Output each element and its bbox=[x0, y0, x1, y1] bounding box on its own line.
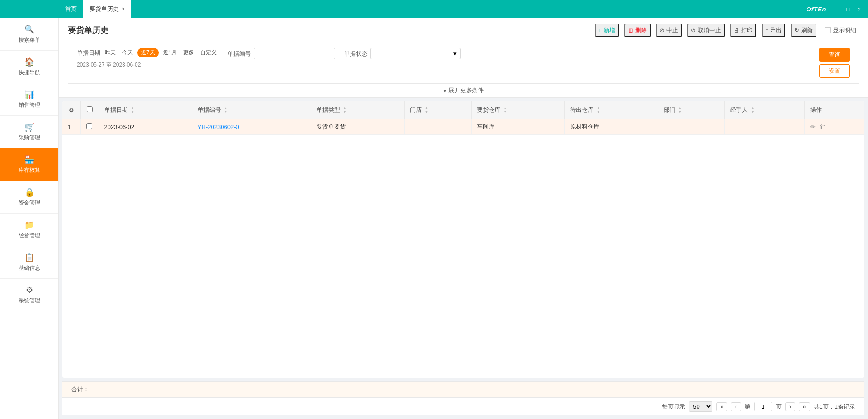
operations-mgmt-icon: 📁 bbox=[24, 220, 34, 230]
column-checkbox[interactable] bbox=[80, 101, 99, 119]
total-records-info: 共1页，1条记录 bbox=[814, 403, 855, 411]
sidebar-item-operations-mgmt[interactable]: 📁 经营管理 bbox=[0, 214, 58, 246]
query-button[interactable]: 查询 bbox=[819, 48, 850, 62]
date-btn-yesterday[interactable]: 昨天 bbox=[103, 48, 118, 57]
refresh-button[interactable]: ↻ 刷新 bbox=[791, 24, 816, 37]
row-doc-date: 2023-06-02 bbox=[99, 119, 192, 135]
next-page-button[interactable]: › bbox=[785, 402, 795, 411]
column-store[interactable]: 门店 ▲ ▼ bbox=[404, 101, 471, 119]
sort-doc-no-icon: ▲ ▼ bbox=[224, 106, 228, 114]
row-checkbox[interactable] bbox=[80, 119, 99, 135]
row-action: ✏ 🗑 bbox=[805, 119, 864, 135]
sidebar-item-sales-mgmt[interactable]: 📊 销售管理 bbox=[0, 83, 58, 116]
purchase-mgmt-icon: 🛒 bbox=[24, 122, 34, 132]
page-label: 第 bbox=[745, 403, 750, 411]
date-btn-7days[interactable]: 近7天 bbox=[137, 48, 159, 57]
sidebar-item-search-menu-label: 搜索菜单 bbox=[19, 36, 40, 44]
sidebar-item-inventory-label: 库存核算 bbox=[19, 167, 40, 174]
sort-req-warehouse-icon: ▲ ▼ bbox=[503, 106, 507, 114]
date-range-row: 2023-05-27 至 2023-06-02 bbox=[77, 61, 141, 69]
sort-handler-icon: ▲ ▼ bbox=[751, 106, 755, 114]
inventory-icon: 🏪 bbox=[24, 155, 34, 165]
finance-mgmt-icon: 🔒 bbox=[24, 187, 34, 197]
table-row[interactable]: 1 2023-06-02 YH-20230602-0 要货单要货 车间库 原材料… bbox=[62, 119, 864, 135]
expand-more-conditions[interactable]: ▾ 展开更多条件 bbox=[68, 84, 859, 97]
date-btn-more[interactable]: 更多 bbox=[181, 48, 196, 57]
new-button[interactable]: + 新增 bbox=[595, 24, 619, 37]
select-all-checkbox[interactable] bbox=[87, 106, 93, 112]
action-icons: ✏ 🗑 bbox=[810, 123, 859, 130]
maximize-icon[interactable]: □ bbox=[847, 6, 850, 13]
row-handler bbox=[725, 119, 805, 135]
row-store bbox=[404, 119, 471, 135]
sidebar-item-purchase-mgmt[interactable]: 🛒 采购管理 bbox=[0, 116, 58, 148]
prev-page-button[interactable]: ‹ bbox=[731, 402, 741, 411]
column-req-warehouse[interactable]: 要货仓库 ▲ ▼ bbox=[471, 101, 564, 119]
column-handler[interactable]: 经手人 ▲ ▼ bbox=[725, 101, 805, 119]
sidebar-item-purchase-mgmt-label: 采购管理 bbox=[19, 134, 40, 142]
sort-pending-warehouse-icon: ▲ ▼ bbox=[597, 106, 600, 114]
date-btn-today[interactable]: 今天 bbox=[120, 48, 135, 57]
column-pending-warehouse[interactable]: 待出仓库 ▲ ▼ bbox=[565, 101, 658, 119]
total-label: 合计： bbox=[71, 386, 89, 393]
export-button[interactable]: ↑ 导出 bbox=[762, 24, 785, 37]
row-delete-icon[interactable]: 🗑 bbox=[819, 123, 826, 130]
filter-status-row: 单据状态 ▾ bbox=[344, 48, 461, 59]
first-page-button[interactable]: « bbox=[716, 402, 727, 411]
content-area: 要货单历史 + 新增 🗑 删除 ⊘ 中止 ⊘ 取消中止 🖨 打印 ↑ 导出 ↻ … bbox=[59, 18, 868, 419]
date-btn-1month[interactable]: 近1月 bbox=[161, 48, 179, 57]
sidebar-item-inventory[interactable]: 🏪 库存核算 bbox=[0, 148, 58, 181]
delete-button[interactable]: 🗑 删除 bbox=[624, 24, 651, 37]
table-header-row: ⚙ 单据日期 ▲ ▼ 单据编号 ▲ bbox=[62, 101, 864, 119]
status-select[interactable]: ▾ bbox=[370, 48, 461, 59]
sidebar-item-finance-mgmt[interactable]: 🔒 资金管理 bbox=[0, 181, 58, 214]
row-edit-icon[interactable]: ✏ bbox=[810, 123, 816, 130]
doc-no-input[interactable] bbox=[254, 48, 335, 59]
sidebar: 🔍 搜索菜单 🏠 快捷导航 📊 销售管理 🛒 采购管理 🏪 库存核算 🔒 资金管… bbox=[0, 18, 59, 419]
close-window-icon[interactable]: × bbox=[857, 6, 861, 13]
cancel-stop-button[interactable]: ⊘ 取消中止 bbox=[687, 24, 725, 37]
column-doc-type[interactable]: 单据类型 ▲ ▼ bbox=[311, 101, 404, 119]
minimize-icon[interactable]: — bbox=[834, 6, 840, 13]
column-doc-date[interactable]: 单据日期 ▲ ▼ bbox=[99, 101, 192, 119]
tab-requisition-history-label: 要货单历史 bbox=[90, 5, 119, 13]
column-settings[interactable]: ⚙ bbox=[62, 101, 80, 119]
sidebar-item-basic-info[interactable]: 📋 基础信息 bbox=[0, 246, 58, 279]
sidebar-item-search-menu[interactable]: 🔍 搜索菜单 bbox=[0, 18, 58, 51]
filter-group-date: 单据日期 昨天 今天 近7天 近1月 更多 自定义 2023-05-27 至 2… bbox=[77, 48, 218, 69]
top-nav-right: OfTEn — □ × bbox=[807, 6, 868, 13]
column-doc-no[interactable]: 单据编号 ▲ ▼ bbox=[192, 101, 311, 119]
date-range-display: 2023-05-27 至 2023-06-02 bbox=[77, 61, 141, 69]
main-layout: 🔍 搜索菜单 🏠 快捷导航 📊 销售管理 🛒 采购管理 🏪 库存核算 🔒 资金管… bbox=[0, 18, 868, 419]
doc-no-link[interactable]: YH-20230602-0 bbox=[198, 124, 239, 130]
table-container: ⚙ 单据日期 ▲ ▼ 单据编号 ▲ bbox=[62, 101, 864, 378]
last-page-button[interactable]: » bbox=[799, 402, 810, 411]
tab-close-icon[interactable]: × bbox=[122, 6, 125, 12]
pagination-bar: 每页显示 10 20 50 100 « ‹ 第 页 › » 共1页，1条记录 bbox=[62, 397, 864, 415]
display-detail-checkbox[interactable] bbox=[825, 27, 831, 33]
print-button[interactable]: 🖨 打印 bbox=[730, 24, 757, 37]
filter-bar: 单据日期 昨天 今天 近7天 近1月 更多 自定义 2023-05-27 至 2… bbox=[68, 43, 859, 84]
tab-requisition-history[interactable]: 要货单历史 × bbox=[83, 0, 131, 18]
toolbar: + 新增 🗑 删除 ⊘ 中止 ⊘ 取消中止 🖨 打印 ↑ 导出 ↻ 刷新 显示明… bbox=[595, 24, 859, 37]
row-req-warehouse: 车间库 bbox=[471, 119, 564, 135]
column-action: 操作 bbox=[805, 101, 864, 119]
sidebar-item-system-mgmt-label: 系统管理 bbox=[19, 297, 40, 305]
sidebar-item-finance-mgmt-label: 资金管理 bbox=[19, 199, 40, 207]
sales-mgmt-icon: 📊 bbox=[24, 90, 34, 100]
column-dept[interactable]: 部门 ▲ ▼ bbox=[658, 101, 725, 119]
date-btn-custom[interactable]: 自定义 bbox=[198, 48, 218, 57]
display-detail-toggle[interactable]: 显示明细 bbox=[822, 24, 859, 36]
stop-button[interactable]: ⊘ 中止 bbox=[656, 24, 682, 37]
tab-home[interactable]: 首页 bbox=[59, 0, 83, 18]
per-page-select[interactable]: 10 20 50 100 bbox=[689, 401, 712, 412]
per-page-label: 每页显示 bbox=[662, 403, 685, 411]
page-number-input[interactable] bbox=[754, 402, 772, 411]
sidebar-item-system-mgmt[interactable]: ⚙ 系统管理 bbox=[0, 279, 58, 311]
system-mgmt-icon: ⚙ bbox=[26, 285, 33, 295]
sort-doc-date-icon: ▲ ▼ bbox=[131, 106, 134, 114]
sidebar-item-quick-nav[interactable]: 🏠 快捷导航 bbox=[0, 51, 58, 83]
page-title: 要货单历史 bbox=[68, 25, 108, 36]
settings-button[interactable]: 设置 bbox=[819, 64, 850, 78]
filter-group-doc-no: 单据编号 bbox=[227, 48, 335, 59]
